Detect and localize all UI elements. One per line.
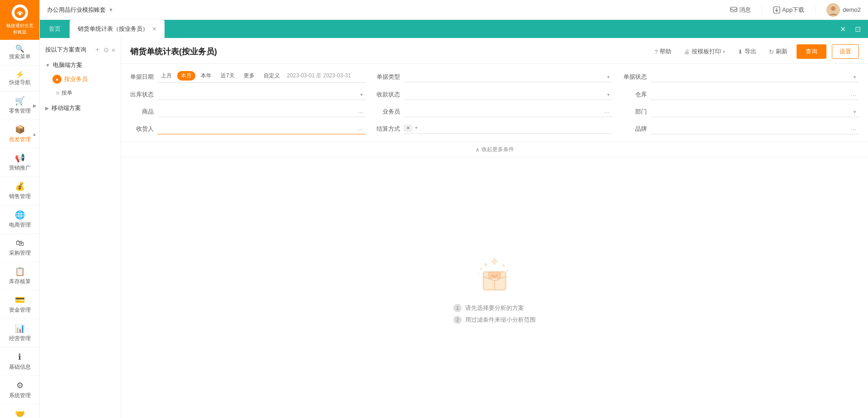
sidebar-item-marketing-label: 营销推广: [9, 164, 31, 172]
tab-close-icon[interactable]: ✕: [152, 26, 156, 32]
settlement-tag[interactable]: ×: [404, 124, 412, 132]
settings-button[interactable]: 设置: [832, 44, 859, 59]
svg-point-8: [480, 268, 482, 270]
empty-state: 1 请先选择要分析的方案 2 用过滤条件来缩小分析范围: [121, 157, 868, 418]
doc-status-control: ▾: [651, 71, 859, 82]
date-btn-this-month[interactable]: 本月: [177, 71, 195, 81]
sidebar-item-retail[interactable]: 🛒 零售管理 ▶: [0, 91, 39, 120]
sidebar-item-sales-label: 销售管理: [9, 193, 31, 200]
filter-item-brand: 品牌 ···: [623, 124, 859, 134]
receiver-input[interactable]: [157, 124, 366, 134]
doc-type-select[interactable]: [404, 71, 612, 82]
sidebar-item-system-label: 系统管理: [9, 392, 31, 399]
filter-item-warehouse: 仓库 ···: [623, 89, 859, 100]
group-expand-arrow: ▼: [45, 62, 50, 68]
date-control: 上月 本月 本年 近7天 更多 自定义 2023-03-01 至 2023-03…: [157, 71, 366, 83]
scheme-add-btn[interactable]: ＋: [94, 45, 101, 54]
basic-icon: ℹ: [18, 352, 21, 362]
payment-status-label: 收款状态: [377, 90, 400, 99]
sidebar-item-purchase[interactable]: 🛍 采购管理: [0, 234, 39, 262]
dept-select[interactable]: [651, 106, 859, 117]
svg-point-5: [831, 6, 835, 11]
sidebar-search-label: 搜索菜单: [9, 53, 31, 60]
sidebar-item-finance[interactable]: 💳 资金管理: [0, 290, 39, 319]
filter-item-date: 单据日期 上月 本月 本年 近7天 更多 自定义 2023-03-01 至 20…: [130, 71, 366, 83]
app-download-btn[interactable]: App下载: [773, 6, 804, 14]
header-right: 消息 App下载 demo2: [730, 3, 861, 17]
filter-item-doc-status: 单据状态 ▾: [623, 71, 859, 82]
inventory-icon: 📋: [15, 266, 25, 276]
print-dropdown-arrow[interactable]: ▾: [723, 49, 725, 54]
sidebar-item-enterprise[interactable]: 🤝 企业协同: [0, 404, 39, 418]
brand-input[interactable]: [651, 124, 859, 134]
date-btn-last-month[interactable]: 上月: [157, 71, 175, 81]
export-btn[interactable]: ⬇ 导出: [734, 46, 760, 57]
scheme-sub-item-by-order[interactable]: ≡ 按单: [40, 86, 121, 100]
date-btn-more[interactable]: 更多: [240, 71, 258, 81]
settlement-dropdown-arrow[interactable]: ▾: [415, 125, 418, 131]
print-label: 按模板打印: [692, 48, 721, 56]
tab-bar: 首页 销货单统计表（按业务员） ✕ ✕ ⊡: [40, 20, 868, 38]
sidebar-item-ecommerce[interactable]: 🌐 电商管理: [0, 205, 39, 234]
purchase-icon: 🛍: [16, 238, 24, 248]
scheme-collapse-btn[interactable]: «: [112, 46, 115, 53]
help-label: 帮助: [660, 48, 671, 56]
page-title: 销货单统计表(按业务员): [130, 46, 217, 57]
sales-icon: 💰: [15, 181, 25, 191]
out-status-label: 出库状态: [130, 90, 154, 99]
refresh-btn[interactable]: ↻ 刷新: [765, 46, 791, 57]
sidebar-item-finance-label: 资金管理: [9, 306, 31, 314]
tab-home[interactable]: 首页: [40, 20, 70, 38]
company-dropdown-arrow[interactable]: ▾: [109, 6, 113, 13]
tab-bar-actions: ✕ ⊡: [837, 24, 868, 34]
sidebar-item-basic[interactable]: ℹ 基础信息: [0, 347, 39, 376]
payment-status-select[interactable]: [404, 89, 612, 100]
scheme-group-desktop-title[interactable]: ▼ 电脑端方案: [40, 58, 121, 72]
receiver-label: 收货人: [130, 125, 154, 133]
date-btn-last7[interactable]: 近7天: [217, 71, 238, 81]
sidebar-search[interactable]: 🔍 搜索菜单: [0, 40, 39, 66]
print-btn[interactable]: 🖨 按模板打印 ▾: [680, 46, 729, 57]
tab-expand-btn[interactable]: ⊡: [852, 24, 863, 34]
finance-icon: 💳: [15, 295, 25, 305]
help-icon: ?: [655, 48, 658, 55]
sidebar-item-wholesale[interactable]: 📦 批发管理 ▲: [0, 120, 39, 148]
sidebar-item-basic-label: 基础信息: [9, 363, 31, 371]
sidebar-item-sales[interactable]: 💰 销售管理: [0, 177, 39, 205]
collapse-btn[interactable]: ∧ 收起更多条件: [476, 146, 514, 153]
sidebar-quick-nav[interactable]: ⚡ 快捷导航: [0, 66, 39, 91]
date-btn-custom[interactable]: 自定义: [260, 71, 283, 81]
help-btn[interactable]: ? 帮助: [651, 46, 675, 57]
export-icon: ⬇: [738, 48, 743, 55]
tab-sales-stat[interactable]: 销货单统计表（按业务员） ✕: [70, 20, 165, 38]
staff-input[interactable]: [404, 106, 612, 117]
tab-restore-btn[interactable]: ✕: [837, 24, 849, 34]
warehouse-label: 仓库: [623, 90, 647, 99]
scheme-group-mobile-title[interactable]: ▶ 移动端方案: [40, 101, 121, 115]
current-company[interactable]: 办公用品行业模拟账套: [47, 6, 106, 14]
goods-input[interactable]: [157, 106, 366, 117]
receiver-control: ···: [157, 124, 366, 134]
header-left: 办公用品行业模拟账套 ▾: [47, 6, 113, 14]
scheme-item-by-staff[interactable]: ● 按业务员: [40, 72, 121, 86]
sidebar-item-marketing[interactable]: 📢 营销推广: [0, 148, 39, 177]
settlement-tag-x[interactable]: ×: [406, 125, 410, 131]
sidebar-item-inventory[interactable]: 📋 库存核算: [0, 262, 39, 290]
app-logo[interactable]: 畅捷通好生意 标账版: [0, 0, 40, 40]
sidebar-item-operations[interactable]: 📊 经营管理: [0, 319, 39, 347]
date-btn-this-year[interactable]: 本年: [197, 71, 215, 81]
active-dot-icon: ●: [52, 75, 61, 84]
out-status-select[interactable]: [157, 89, 366, 100]
content-header: 销货单统计表(按业务员) ? 帮助 🖨 按模板打印 ▾ ⬇ 导出: [121, 38, 868, 64]
empty-tip-2-text: 用过滤条件来缩小分析范围: [465, 316, 536, 324]
scheme-group-mobile: ▶ 移动端方案: [40, 101, 121, 115]
query-button[interactable]: 查询: [797, 44, 826, 59]
user-avatar-wrap[interactable]: demo2: [826, 3, 861, 17]
sidebar: 畅捷通好生意 标账版 🔍 搜索菜单 ⚡ 快捷导航 🛒 零售管理 ▶ 📦 批发管理…: [0, 0, 40, 418]
doc-status-select[interactable]: [651, 71, 859, 82]
message-btn[interactable]: 消息: [730, 6, 751, 14]
scheme-edit-btn[interactable]: ⊙: [104, 46, 109, 53]
content-area: 销货单统计表(按业务员) ? 帮助 🖨 按模板打印 ▾ ⬇ 导出: [121, 38, 868, 418]
sidebar-item-system[interactable]: ⚙ 系统管理: [0, 376, 39, 404]
warehouse-input[interactable]: [651, 89, 859, 100]
